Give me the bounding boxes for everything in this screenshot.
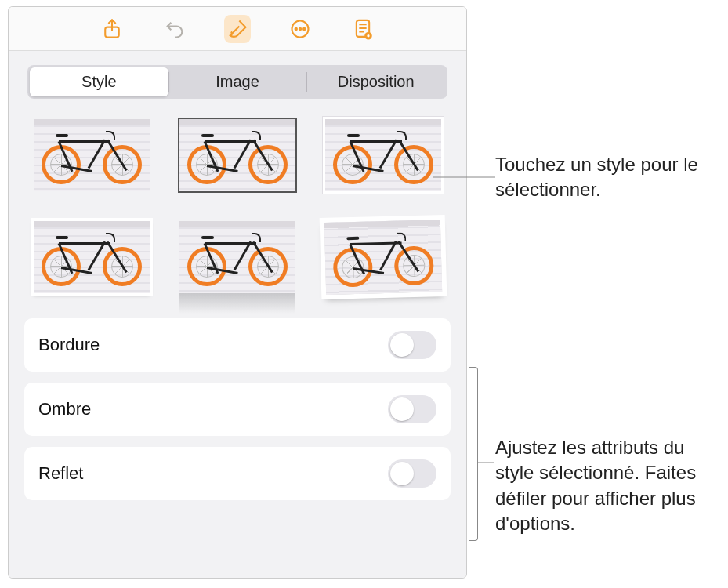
more-button[interactable] [287, 15, 313, 43]
style-preset[interactable] [317, 113, 449, 198]
style-preset[interactable] [26, 215, 158, 299]
share-button[interactable] [99, 15, 125, 43]
style-presets-grid [20, 113, 455, 307]
svg-point-3 [299, 27, 301, 29]
border-row: Bordure [24, 318, 451, 372]
undo-button[interactable] [161, 15, 188, 43]
format-button[interactable] [224, 15, 251, 43]
callout-leader [478, 453, 494, 455]
format-tabs: Style Image Disposition [27, 65, 447, 99]
tab-style[interactable]: Style [30, 67, 168, 96]
tab-layout[interactable]: Disposition [306, 67, 445, 96]
format-panel: Style Image Disposition [8, 6, 467, 579]
shadow-toggle[interactable] [388, 395, 436, 423]
shadow-label: Ombre [38, 399, 91, 419]
reflection-label: Reflet [38, 463, 83, 484]
app-toolbar [9, 7, 466, 51]
tab-image[interactable]: Image [168, 67, 307, 96]
callout-bracket [469, 367, 478, 541]
callout-styles: Touchez un style pour le sélectionner. [495, 152, 715, 203]
reflection-toggle[interactable] [388, 459, 436, 488]
reflection-row: Reflet [24, 447, 451, 500]
format-content: Style Image Disposition [9, 51, 466, 578]
border-toggle[interactable] [388, 331, 436, 359]
shadow-row: Ombre [24, 383, 451, 436]
style-preset[interactable] [172, 113, 303, 198]
style-preset[interactable] [172, 215, 303, 299]
style-preset[interactable] [26, 113, 158, 198]
border-label: Bordure [38, 335, 100, 355]
style-preset[interactable] [317, 215, 449, 299]
callout-attributes: Ajustez les attributs du style sélection… [495, 435, 715, 537]
style-attributes: Bordure Ombre Reflet [20, 307, 455, 511]
svg-point-4 [303, 27, 305, 29]
document-settings-button[interactable] [350, 15, 376, 43]
svg-point-7 [367, 34, 369, 37]
svg-point-2 [295, 27, 297, 29]
